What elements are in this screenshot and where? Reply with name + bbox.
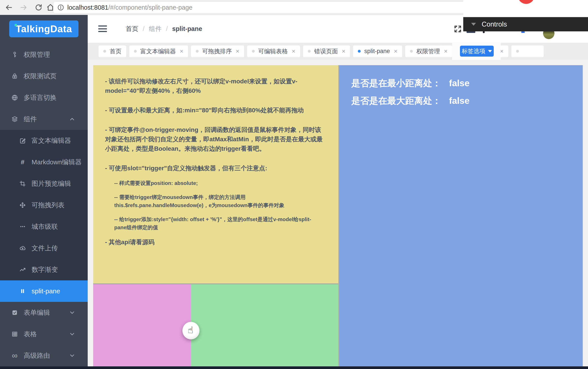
sidebar-item-permission-admin[interactable]: 权限管理 (0, 44, 88, 65)
tab-close-icon[interactable]: × (292, 48, 295, 55)
ellipsis-icon: ··· (19, 223, 26, 230)
sidebar-item-label: 文件上传 (31, 244, 58, 253)
trending-up-icon (19, 266, 26, 273)
bottom-edge-strip (0, 366, 588, 369)
status-value: false (449, 77, 469, 89)
sidebar-item-label: 组件 (24, 115, 37, 124)
forward-icon[interactable] (19, 3, 29, 12)
sidebar-item-label: 图片预览编辑 (31, 179, 71, 188)
tab-label: 首页 (110, 47, 121, 55)
breadcrumb-components[interactable]: 组件 (149, 25, 162, 33)
split-left-pane: - 该组件可以拖动修改左右尺寸，还可以绑定v-model来设置，如设置v-mod… (93, 65, 338, 283)
sidebar-item-components[interactable]: 组件 (0, 108, 88, 130)
key-icon (11, 51, 18, 58)
tab-close-icon[interactable]: × (342, 48, 345, 55)
tab-close-icon[interactable]: × (444, 48, 448, 55)
sidebar-item-file-upload[interactable]: 文件上传 (0, 237, 88, 259)
tab-options-label: 标签选项 (462, 47, 485, 55)
breadcrumb-home[interactable]: 首页 (126, 25, 138, 33)
app-logo[interactable]: TalkingData (9, 20, 79, 37)
app-logo-text: TalkingData (16, 23, 72, 34)
tab-close-icon[interactable]: × (394, 48, 398, 55)
tab-options-button[interactable]: 标签选项 (460, 46, 494, 57)
chevron-down-icon (69, 352, 75, 359)
sidebar-item-markdown-editor[interactable]: # Markdown编辑器 (0, 151, 88, 173)
split-drag-trigger[interactable]: ☝ (182, 322, 199, 339)
table-icon (11, 331, 18, 338)
sidebar-item-label: 表格 (24, 330, 37, 339)
tab-rich-editor[interactable]: 富文本编辑器 × (129, 45, 188, 58)
controls-bar[interactable]: Controls (463, 17, 588, 31)
tab-split-pane[interactable]: split-pane × (353, 45, 402, 58)
chevron-down-icon (69, 331, 75, 338)
sidebar-item-label: 高级路由 (24, 351, 50, 360)
breadcrumb-separator: / (166, 25, 168, 32)
sidebar-item-image-preview[interactable]: 图片预览编辑 (0, 173, 88, 194)
sidebar-item-city-cascade[interactable]: ··· 城市级联 (0, 216, 88, 237)
tab-label: 可编辑表格 (258, 47, 288, 55)
page-info-icon[interactable] (57, 4, 64, 11)
sidebar-item-label: 表单编辑 (24, 308, 50, 317)
tab-dot-icon (358, 50, 361, 53)
edit-icon (19, 137, 26, 144)
tab-partial[interactable] (511, 45, 544, 58)
controls-label: Controls (482, 20, 507, 28)
url-host: localhost:8081 (67, 4, 108, 11)
refresh-icon[interactable] (34, 3, 43, 12)
cloud-upload-icon (19, 245, 26, 251)
breadcrumb: 首页 / 组件 / split-pane (126, 15, 202, 43)
sidebar-item-label: split-pane (31, 287, 60, 295)
crop-icon (19, 180, 26, 187)
back-icon[interactable] (4, 3, 14, 12)
sidebar-item-count-to[interactable]: 数字渐变 (0, 259, 88, 280)
storybook-overlay: Controls (463, 0, 588, 31)
chevron-up-icon (69, 116, 75, 123)
tab-dot-icon (103, 50, 106, 53)
tab-dot-icon (196, 50, 199, 53)
menu-toggle-icon[interactable] (98, 25, 107, 33)
sidebar-item-i18n[interactable]: 多语言切换 (0, 87, 88, 108)
pause-icon (19, 288, 26, 294)
tab-error-page[interactable]: 错误页面 × (303, 45, 350, 58)
sidebar-item-advanced-router[interactable]: ∞ 高级路由 (0, 345, 88, 366)
status-label: 是否是在最小距离处： (351, 77, 441, 89)
globe-icon (11, 94, 18, 101)
red-circle (518, 0, 535, 4)
tab-home[interactable]: 首页 (98, 45, 127, 58)
fullscreen-icon[interactable] (453, 25, 462, 33)
tab-dot-icon (516, 50, 519, 53)
split-right-pane: 是否是在最小距离处： false 是否是在最大距离处： false (339, 65, 583, 366)
sidebar-item-table[interactable]: 表格 (0, 323, 88, 345)
sidebar-item-split-pane[interactable]: split-pane (0, 280, 88, 302)
components-submenu: 富文本编辑器 # Markdown编辑器 图片预览编辑 可拖拽列表 ··· 城市… (0, 130, 88, 302)
tab-label: 权限管理 (416, 47, 440, 55)
sidebar-menu: 权限管理 权限测试页 多语言切换 组件 富文本编辑器 (0, 44, 88, 366)
tab-permission-admin[interactable]: 权限管理 × (405, 45, 452, 58)
note-paragraph: - 其他api请看源码 (105, 237, 323, 247)
chevron-down-icon (69, 309, 75, 316)
tab-close-icon[interactable]: × (180, 48, 183, 55)
hand-cursor-icon: ☝ (188, 325, 193, 335)
sidebar-item-rich-editor[interactable]: 富文本编辑器 (0, 130, 88, 151)
sidebar-item-label: 权限测试页 (24, 72, 57, 81)
tab-drag-sort[interactable]: 可拖拽排序 × (191, 45, 244, 58)
tab-close-icon[interactable]: × (236, 48, 239, 55)
sidebar-item-draggable-list[interactable]: 可拖拽列表 (0, 194, 88, 216)
checkbox-icon (11, 309, 18, 316)
tab-options-panel: 标签选项 (452, 42, 501, 60)
layers-icon (11, 116, 18, 123)
note-sub-paragraph: -- 需要给trigger绑定mousedown事件，绑定的方法调用this.$… (114, 193, 323, 209)
sidebar-item-form-edit[interactable]: 表单编辑 (0, 302, 88, 323)
tab-dot-icon (134, 50, 137, 53)
sidebar-item-permission-test[interactable]: 权限测试页 (0, 65, 88, 87)
nested-left-pane (93, 284, 191, 366)
url-bar[interactable]: localhost:8081/#/component/split-pane-pa… (53, 1, 465, 13)
tab-dot-icon (308, 50, 311, 53)
tab-dot-icon (252, 50, 255, 53)
breadcrumb-separator: / (143, 25, 144, 32)
nested-right-pane (191, 284, 338, 366)
note-paragraph: - 可绑定事件@on-trigger-moving，回调函数的返回值是鼠标事件对… (105, 125, 323, 153)
tab-editable-table[interactable]: 可编辑表格 × (247, 45, 300, 58)
breadcrumb-current: split-pane (172, 25, 202, 32)
status-label: 是否是在最大距离处： (351, 95, 441, 107)
